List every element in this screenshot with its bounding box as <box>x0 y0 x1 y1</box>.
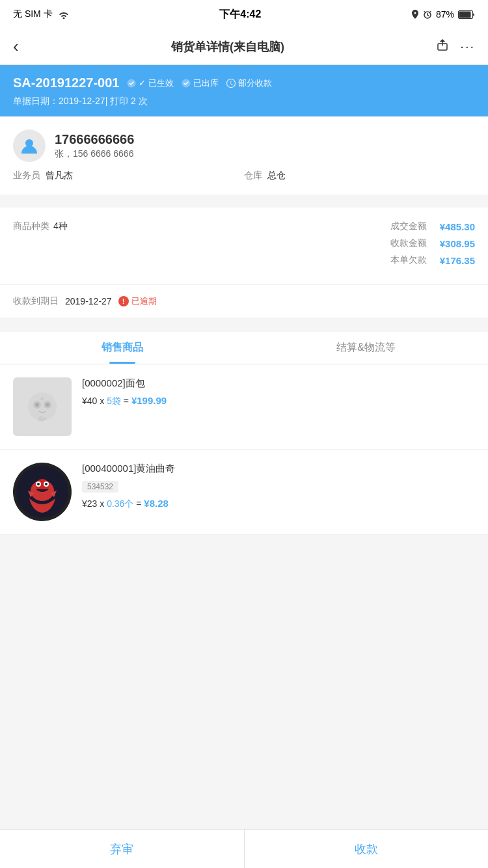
check-icon <box>127 79 136 88</box>
product-image-cookies <box>13 463 72 521</box>
product-image-bread: 品+ <box>13 377 72 436</box>
debt-amount: ¥176.35 <box>440 255 475 266</box>
svg-text:品+: 品+ <box>38 416 47 422</box>
tab-sales-products[interactable]: 销售商品 <box>0 332 244 364</box>
warehouse-name: 总仓 <box>267 170 286 182</box>
warehouse-info: 仓库 总仓 <box>244 170 475 182</box>
page-title: 销货单详情(来自电脑) <box>171 39 284 55</box>
svg-point-12 <box>46 403 49 407</box>
overdue-text: 已逾期 <box>131 295 157 307</box>
product-info-bread: [0000002]面包 ¥40 x 5袋 = ¥199.99 <box>82 377 475 407</box>
deal-amount: ¥485.30 <box>440 221 475 232</box>
svg-point-11 <box>35 403 39 407</box>
status-time: 下午4:42 <box>219 8 261 21</box>
due-date-value: 2019-12-27 <box>65 296 112 306</box>
nav-bar: ‹ 销货单详情(来自电脑) ··· <box>0 29 488 65</box>
product-batch-badge: 534532 <box>82 481 118 493</box>
receive-amount: ¥308.95 <box>440 238 475 249</box>
customer-avatar <box>13 129 46 162</box>
status-left: 无 SIM 卡 <box>13 8 70 20</box>
nav-left: ‹ <box>13 36 19 57</box>
badge-effective: ✓ 已生效 <box>127 77 174 89</box>
customer-phone: 17666666666 <box>55 132 134 147</box>
back-button[interactable]: ‹ <box>13 36 19 57</box>
deal-amount-row: 成交金额 ¥485.30 <box>390 221 475 232</box>
battery-icon <box>458 10 475 19</box>
divider2 <box>0 324 488 331</box>
badge-shipped: 已出库 <box>182 77 219 89</box>
product-price-cookies: ¥23 x 0.36个 = ¥8.28 <box>82 498 475 510</box>
no-sim-text: 无 SIM 卡 <box>13 8 53 20</box>
product-type-info: 商品种类 4种 <box>13 221 68 232</box>
svg-rect-2 <box>459 11 470 18</box>
product-name-bread: [0000002]面包 <box>82 377 475 390</box>
svg-point-19 <box>37 483 40 485</box>
product-info-cookies: [000400001]黄油曲奇 534532 ¥23 x 0.36个 = ¥8.… <box>82 463 475 510</box>
status-right: 87% <box>411 9 475 20</box>
share-button[interactable] <box>437 38 450 55</box>
product-price-bread: ¥40 x 5袋 = ¥199.99 <box>82 395 475 407</box>
overdue-icon: ! <box>118 296 129 306</box>
receive-amount-row: 收款金额 ¥308.95 <box>390 237 475 249</box>
battery-text: 87% <box>436 9 454 20</box>
tab-settlement[interactable]: 结算&物流等 <box>244 332 488 364</box>
spacer <box>0 535 488 580</box>
customer-section: 17666666666 张，156 6666 6666 业务员 曾凡杰 仓库 总… <box>0 116 488 195</box>
location-icon <box>411 10 419 19</box>
overdue-badge: ! 已逾期 <box>118 295 157 307</box>
tabs: 销售商品 结算&物流等 <box>0 332 488 364</box>
due-date-section: 收款到期日 2019-12-27 ! 已逾期 <box>0 284 488 318</box>
cancel-review-button[interactable]: 弃审 <box>0 830 245 868</box>
bottom-bar: 弃审 收款 <box>0 829 488 868</box>
wifi-icon <box>58 10 70 19</box>
order-date-info: 单据日期：2019-12-27| 打印 2 次 <box>13 96 475 107</box>
product-list: 品+ [0000002]面包 ¥40 x 5袋 = ¥199.99 <box>0 364 488 535</box>
collect-payment-button[interactable]: 收款 <box>245 830 489 868</box>
sales-info: 业务员 曾凡杰 <box>13 170 244 182</box>
header-banner: SA-20191227-001 ✓ 已生效 已出库 部分收款 单据日期：2019… <box>0 65 488 116</box>
svg-point-20 <box>45 483 47 485</box>
product-name-cookies: [000400001]黄油曲奇 <box>82 463 475 475</box>
more-button[interactable]: ··· <box>460 39 475 54</box>
alarm-icon <box>423 10 432 19</box>
status-bar: 无 SIM 卡 下午4:42 87% <box>0 0 488 29</box>
customer-sub-info: 张，156 6666 6666 <box>55 148 134 160</box>
badge-partial: 部分收款 <box>226 77 272 89</box>
product-item-bread: 品+ [0000002]面包 ¥40 x 5袋 = ¥199.99 <box>0 364 488 450</box>
debt-amount-row: 本单欠款 ¥176.35 <box>390 254 475 266</box>
divider1 <box>0 201 488 208</box>
product-item-cookies: [000400001]黄油曲奇 534532 ¥23 x 0.36个 = ¥8.… <box>0 450 488 535</box>
clock-icon <box>226 79 236 88</box>
nav-right: ··· <box>437 38 475 55</box>
order-id: SA-20191227-001 <box>13 75 119 90</box>
check-icon2 <box>182 79 191 88</box>
summary-section: 商品种类 4种 成交金额 ¥485.30 收款金额 ¥308.95 本单欠款 ¥… <box>0 208 488 318</box>
sales-person: 曾凡杰 <box>46 170 73 182</box>
